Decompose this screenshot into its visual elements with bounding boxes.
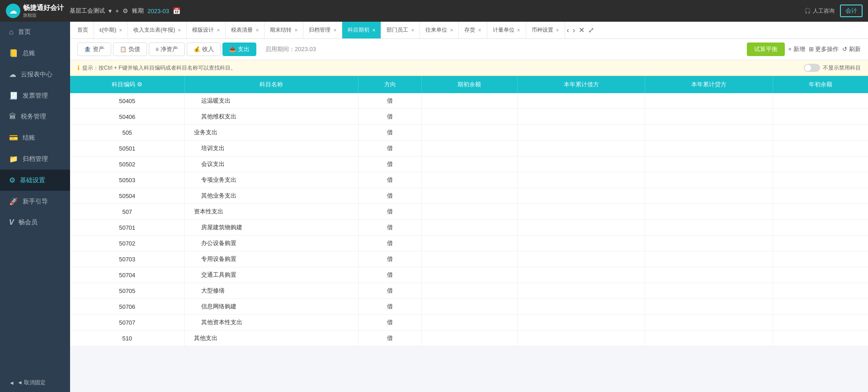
sidebar-item-reports[interactable]: ☁ 云报表中心 xyxy=(0,64,70,85)
col-balance: 期初余额 xyxy=(422,76,517,93)
sub-tab-net-asset[interactable]: ≡ 净资产 xyxy=(149,43,185,56)
table-row[interactable]: 50406 其他维权支出 借 xyxy=(70,109,868,125)
tab-unit-close[interactable]: × xyxy=(517,27,520,33)
settings-btn[interactable]: ⚙ xyxy=(123,7,128,14)
table-row[interactable]: 50504 其他业务支出 借 xyxy=(70,188,868,204)
table-row[interactable]: 50503 专项业务支出 借 xyxy=(70,172,868,188)
toggle-disabled[interactable] xyxy=(804,64,820,72)
sidebar-item-home[interactable]: ⌂ 首页 xyxy=(0,22,70,43)
tab-income-annual-close[interactable]: × xyxy=(178,27,181,33)
sidebar-item-guide[interactable]: 🚀 新手引导 xyxy=(0,191,70,212)
tab-expand-btn[interactable]: ⤢ xyxy=(586,26,596,34)
cell-credit xyxy=(645,299,773,315)
tab-tax-close[interactable]: × xyxy=(255,27,259,33)
sidebar-item-tax[interactable]: 🏛 税务管理 xyxy=(0,106,70,127)
cell-debit xyxy=(517,331,645,346)
tab-subject-init[interactable]: 科目期初 × xyxy=(342,22,381,38)
table-row[interactable]: 50705 大型修缮 借 xyxy=(70,283,868,299)
tab-template-label: 模版设计 xyxy=(192,26,214,34)
cell-balance xyxy=(422,267,517,283)
cell-debit xyxy=(517,93,645,109)
table-row[interactable]: 510 其他支出 借 xyxy=(70,331,868,346)
tab-archive-close[interactable]: × xyxy=(333,27,336,33)
sub-tab-income[interactable]: 💰 收入 xyxy=(187,43,221,56)
kuaiji-btn[interactable]: 会计 xyxy=(840,5,863,17)
tab-home[interactable]: 首页 xyxy=(72,22,94,38)
table-row[interactable]: 505 业务支出 借 xyxy=(70,125,868,141)
tab-archive[interactable]: 归档管理 × xyxy=(303,22,342,38)
support-btn[interactable]: 🎧 人工咨询 xyxy=(804,7,835,15)
table-row[interactable]: 50704 交通工具购置 借 xyxy=(70,267,868,283)
liability-icon: 📋 xyxy=(120,46,127,52)
table-row[interactable]: 50707 其他资本性支出 借 xyxy=(70,315,868,331)
table-row[interactable]: 50703 专用设备购置 借 xyxy=(70,251,868,267)
cell-year-balance xyxy=(773,204,868,220)
sidebar-item-archive[interactable]: 📁 归档管理 xyxy=(0,148,70,170)
tab-period-end[interactable]: 期末结转 × xyxy=(264,22,303,38)
tab-interim[interactable]: ε(中期) × xyxy=(94,22,128,38)
sub-tab-asset[interactable]: 🏦 资产 xyxy=(77,43,111,56)
tab-currency-close[interactable]: × xyxy=(556,27,559,33)
sidebar-collapse-btn[interactable]: ◄ ◄ 取消固定 xyxy=(0,373,70,392)
add-btn[interactable]: + 新增 xyxy=(788,45,805,53)
tab-dept-employee[interactable]: 部门员工 × xyxy=(381,22,420,38)
sidebar-label-basic: 基础设置 xyxy=(20,176,45,184)
page-content: 🏦 资产 📋 负债 ≡ 净资产 💰 收入 📤 支出 xyxy=(70,39,868,392)
header-middle: 基层工会测试 ▾ + ⚙ 账期 2023-03 📅 xyxy=(70,7,799,15)
table-row[interactable]: 50502 会议支出 借 xyxy=(70,156,868,172)
tab-partner-close[interactable]: × xyxy=(450,27,453,33)
col-credit: 本年累计贷方 xyxy=(645,76,773,93)
tab-close-all-btn[interactable]: ✕ xyxy=(577,26,586,34)
calendar-btn[interactable]: 📅 xyxy=(173,7,180,14)
table-row[interactable]: 50405 运温暖支出 借 xyxy=(70,93,868,109)
sidebar-item-settlement[interactable]: 💳 结账 xyxy=(0,127,70,148)
tab-template[interactable]: 模版设计 × xyxy=(187,22,226,38)
tab-period-end-close[interactable]: × xyxy=(294,27,297,33)
cell-code: 50503 xyxy=(70,172,184,188)
tab-inventory[interactable]: 存货 × xyxy=(459,22,487,38)
sidebar-item-invoice[interactable]: 🧾 发票管理 xyxy=(0,85,70,106)
cell-code: 50707 xyxy=(70,315,184,331)
cell-direction: 借 xyxy=(359,204,422,220)
tab-currency[interactable]: 币种设置 × xyxy=(526,22,565,38)
tab-partner[interactable]: 往来单位 × xyxy=(420,22,459,38)
add-company-btn[interactable]: + xyxy=(115,7,119,14)
tab-unit[interactable]: 计量单位 × xyxy=(487,22,526,38)
tab-dept-employee-close[interactable]: × xyxy=(411,27,414,33)
table-row[interactable]: 50702 办公设备购置 借 xyxy=(70,236,868,251)
cell-code: 507 xyxy=(70,204,184,220)
tab-next-btn[interactable]: › xyxy=(571,26,577,34)
tab-template-close[interactable]: × xyxy=(217,27,220,33)
table-row[interactable]: 507 资本性支出 借 xyxy=(70,204,868,220)
toggle-label: 不显示禁用科目 xyxy=(823,64,861,72)
tab-inventory-label: 存货 xyxy=(464,26,475,34)
tab-subject-init-close[interactable]: × xyxy=(372,27,375,33)
table-container[interactable]: 科目编码 ⚙ 科目名称 方向 期初余额 本年累计借方 本年累计贷方 年初余额 5… xyxy=(70,76,868,392)
table-row[interactable]: 50706 信息网络购建 借 xyxy=(70,299,868,315)
cell-year-balance xyxy=(773,172,868,188)
balance-btn[interactable]: 试算平衡 xyxy=(747,43,785,56)
sidebar-item-member[interactable]: V 畅会员 xyxy=(0,212,70,233)
tab-interim-close[interactable]: × xyxy=(119,27,122,33)
table-row[interactable]: 50701 房屋建筑物购建 借 xyxy=(70,220,868,236)
cell-balance xyxy=(422,299,517,315)
sidebar-item-ledger[interactable]: 📒 总账 xyxy=(0,43,70,64)
tab-income-annual[interactable]: 收入支出表(年报) × xyxy=(128,22,187,38)
toolbar-right: 试算平衡 + 新增 ⊞ 更多操作 ↺ 刷新 xyxy=(747,43,861,56)
sub-tab-liability[interactable]: 📋 负债 xyxy=(113,43,147,56)
tab-tax[interactable]: 税表清册 × xyxy=(226,22,264,38)
table-row[interactable]: 50501 培训支出 借 xyxy=(70,141,868,156)
tab-dept-employee-label: 部门员工 xyxy=(387,26,408,34)
cell-balance xyxy=(422,315,517,331)
cell-debit xyxy=(517,141,645,156)
tab-inventory-close[interactable]: × xyxy=(478,27,481,33)
cell-credit xyxy=(645,125,773,141)
tab-prev-btn[interactable]: ‹ xyxy=(565,26,571,34)
cell-year-balance xyxy=(773,315,868,331)
sidebar-item-basic[interactable]: ⚙ 基础设置 xyxy=(0,170,70,191)
sub-tab-expenditure[interactable]: 📤 支出 xyxy=(222,43,256,56)
more-btn[interactable]: ⊞ 更多操作 xyxy=(809,45,839,53)
refresh-btn[interactable]: ↺ 刷新 xyxy=(842,45,861,53)
cell-balance xyxy=(422,141,517,156)
company-dropdown-btn[interactable]: ▾ xyxy=(108,7,112,14)
